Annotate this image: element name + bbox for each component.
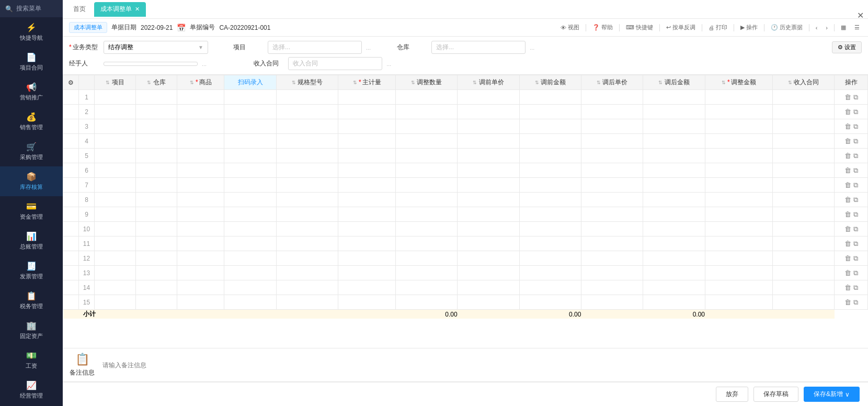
- row-pre-amount-cell[interactable]: [519, 105, 581, 119]
- row-post-unit-price-cell[interactable]: [581, 222, 643, 236]
- row-project-cell[interactable]: [95, 280, 136, 295]
- row-warehouse-cell[interactable]: [136, 105, 177, 119]
- row-delete-icon[interactable]: 🗑: [844, 254, 851, 262]
- income-contract-dots-btn[interactable]: ...: [385, 61, 392, 67]
- row-post-amount-cell[interactable]: [643, 119, 705, 134]
- row-unit-cell[interactable]: [338, 295, 396, 310]
- row-copy-icon[interactable]: ⧉: [853, 269, 858, 277]
- row-scan-input-cell[interactable]: [224, 295, 277, 310]
- row-project-cell[interactable]: [95, 295, 136, 310]
- row-post-unit-price-cell[interactable]: [581, 119, 643, 134]
- row-delete-icon[interactable]: 🗑: [844, 93, 851, 101]
- row-pre-amount-cell[interactable]: [519, 90, 581, 105]
- row-adjust-amount-cell[interactable]: [705, 266, 772, 280]
- col-spec[interactable]: ⇅ 规格型号: [276, 75, 338, 90]
- search-menu-btn[interactable]: 🔍 搜索菜单: [0, 0, 63, 17]
- row-delete-icon[interactable]: 🗑: [844, 108, 851, 116]
- ops-action[interactable]: ▶ 操作: [738, 22, 760, 32]
- col-unit[interactable]: ⇅ *主计量: [338, 75, 396, 90]
- settings-button[interactable]: ⚙ 设置: [832, 41, 862, 53]
- row-adjust-amount-cell[interactable]: [705, 163, 772, 178]
- row-goods-cell[interactable]: [177, 266, 224, 280]
- row-adjust-qty-cell[interactable]: [395, 207, 457, 222]
- row-post-amount-cell[interactable]: [643, 280, 705, 295]
- row-goods-cell[interactable]: [177, 295, 224, 310]
- row-adjust-amount-cell[interactable]: [705, 222, 772, 236]
- row-pre-unit-price-cell[interactable]: [458, 295, 519, 310]
- row-goods-cell[interactable]: [177, 149, 224, 163]
- row-post-unit-price-cell[interactable]: [581, 207, 643, 222]
- row-adjust-amount-cell[interactable]: [705, 236, 772, 251]
- nav-next-action[interactable]: ›: [824, 24, 830, 32]
- row-project-cell[interactable]: [95, 90, 136, 105]
- row-adjust-amount-cell[interactable]: [705, 90, 772, 105]
- sidebar-item-sales-promotion[interactable]: 📢 营销推广: [0, 77, 63, 107]
- remarks-input[interactable]: [100, 353, 862, 377]
- row-goods-cell[interactable]: [177, 251, 224, 266]
- row-unit-cell[interactable]: [338, 119, 396, 134]
- row-income-contract-cell[interactable]: [772, 222, 834, 236]
- row-warehouse-cell[interactable]: [136, 280, 177, 295]
- row-adjust-qty-cell[interactable]: [395, 236, 457, 251]
- row-scan-input-cell[interactable]: [224, 105, 277, 119]
- sidebar-item-project-contract[interactable]: 📄 项目合同: [0, 47, 63, 77]
- row-delete-icon[interactable]: 🗑: [844, 196, 851, 204]
- row-post-unit-price-cell[interactable]: [581, 295, 643, 310]
- row-delete-icon[interactable]: 🗑: [844, 152, 851, 160]
- warehouse-dots-btn[interactable]: ...: [529, 44, 535, 51]
- row-post-unit-price-cell[interactable]: [581, 149, 643, 163]
- row-project-cell[interactable]: [95, 163, 136, 178]
- row-delete-icon[interactable]: 🗑: [844, 122, 851, 130]
- sidebar-item-inventory-calc[interactable]: 📦 库存核算: [0, 166, 63, 196]
- row-goods-cell[interactable]: [177, 119, 224, 134]
- row-scan-input-cell[interactable]: [224, 90, 277, 105]
- row-warehouse-cell[interactable]: [136, 149, 177, 163]
- row-unit-cell[interactable]: [338, 207, 396, 222]
- row-unit-cell[interactable]: [338, 163, 396, 178]
- row-unit-cell[interactable]: [338, 266, 396, 280]
- row-warehouse-cell[interactable]: [136, 178, 177, 193]
- row-warehouse-cell[interactable]: [136, 207, 177, 222]
- row-spec-cell[interactable]: [276, 222, 338, 236]
- row-pre-amount-cell[interactable]: [519, 207, 581, 222]
- row-unit-cell[interactable]: [338, 134, 396, 149]
- row-pre-unit-price-cell[interactable]: [458, 90, 519, 105]
- view-action[interactable]: 👁 视图: [558, 22, 581, 32]
- row-copy-icon[interactable]: ⧉: [853, 284, 858, 292]
- row-income-contract-cell[interactable]: [772, 119, 834, 134]
- row-scan-input-cell[interactable]: [224, 119, 277, 134]
- row-post-amount-cell[interactable]: [643, 163, 705, 178]
- row-adjust-amount-cell[interactable]: [705, 295, 772, 310]
- row-post-unit-price-cell[interactable]: [581, 105, 643, 119]
- row-spec-cell[interactable]: [276, 236, 338, 251]
- sidebar-item-payroll[interactable]: 💵 工资: [0, 345, 63, 375]
- project-input[interactable]: 选择...: [268, 41, 362, 54]
- row-pre-unit-price-cell[interactable]: [458, 134, 519, 149]
- calendar-icon[interactable]: 📅: [177, 24, 186, 32]
- row-adjust-qty-cell[interactable]: [395, 149, 457, 163]
- row-adjust-amount-cell[interactable]: [705, 280, 772, 295]
- row-post-amount-cell[interactable]: [643, 134, 705, 149]
- sidebar-item-purchase-manage[interactable]: 🛒 采购管理: [0, 137, 63, 166]
- help-action[interactable]: ❓ 帮助: [590, 22, 615, 32]
- row-spec-cell[interactable]: [276, 119, 338, 134]
- row-income-contract-cell[interactable]: [772, 149, 834, 163]
- row-spec-cell[interactable]: [276, 266, 338, 280]
- row-delete-icon[interactable]: 🗑: [844, 181, 851, 189]
- row-adjust-qty-cell[interactable]: [395, 178, 457, 193]
- row-unit-cell[interactable]: [338, 280, 396, 295]
- row-pre-unit-price-cell[interactable]: [458, 280, 519, 295]
- row-adjust-qty-cell[interactable]: [395, 266, 457, 280]
- col-project[interactable]: ⇅ 项目: [95, 75, 136, 90]
- row-pre-amount-cell[interactable]: [519, 178, 581, 193]
- row-adjust-amount-cell[interactable]: [705, 207, 772, 222]
- row-post-unit-price-cell[interactable]: [581, 90, 643, 105]
- row-scan-input-cell[interactable]: [224, 178, 277, 193]
- hotkeys-action[interactable]: ⌨ 快捷键: [624, 22, 655, 32]
- agent-input[interactable]: [104, 62, 198, 66]
- row-post-unit-price-cell[interactable]: [581, 163, 643, 178]
- row-copy-icon[interactable]: ⧉: [853, 166, 858, 175]
- row-copy-icon[interactable]: ⧉: [853, 240, 858, 248]
- row-goods-cell[interactable]: [177, 134, 224, 149]
- col-scan-input[interactable]: 扫码录入: [224, 75, 277, 90]
